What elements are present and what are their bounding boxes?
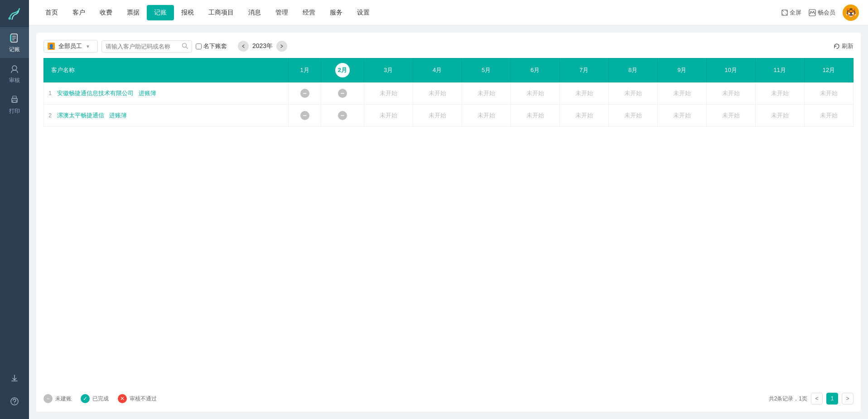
table-cell-m7: 未开始 — [559, 82, 608, 105]
nav-home[interactable]: 首页 — [38, 0, 65, 25]
content-area: 👤 全部员工 ▼ 名下账套 — [29, 25, 868, 419]
next-year-button[interactable] — [276, 41, 287, 52]
enter-book-button[interactable]: 进账簿 — [109, 112, 127, 119]
col-m10: 10月 — [706, 58, 755, 82]
sidebar-item-bookkeeping[interactable]: 记账 — [0, 27, 29, 58]
table-cell-m3: 未开始 — [364, 105, 413, 127]
legend-completed-icon: ✓ — [81, 394, 90, 403]
status-not-started-text: 未开始 — [722, 90, 740, 96]
company-name-link[interactable]: 漯澳太平畅捷通信 — [57, 112, 104, 119]
employee-select-label: 全部员工 — [58, 42, 82, 50]
legend-completed: ✓ 已完成 — [81, 394, 109, 403]
svg-point-0 — [9, 17, 11, 19]
nav-bookkeeping[interactable]: 记账 — [147, 5, 174, 20]
svg-line-15 — [186, 47, 188, 48]
nav-fee[interactable]: 收费 — [92, 0, 120, 25]
status-not-started-text: 未开始 — [771, 90, 789, 96]
bookkeeping-icon — [8, 32, 21, 44]
sidebar-item-audit[interactable]: 审核 — [0, 58, 29, 89]
col-m8: 8月 — [608, 58, 657, 82]
support-icon — [8, 395, 21, 408]
col-m7: 7月 — [559, 58, 608, 82]
pagination: 共2条记录，1页 < 1 > — [769, 393, 854, 405]
chevron-down-icon: ▼ — [86, 44, 90, 49]
enter-book-button[interactable]: 进账簿 — [139, 90, 156, 96]
col-name: 客户名称 — [44, 58, 289, 82]
table-cell-m11: 未开始 — [755, 105, 804, 127]
nav-manage[interactable]: 管理 — [268, 0, 295, 25]
employee-select[interactable]: 👤 全部员工 ▼ — [43, 40, 98, 53]
nav-message[interactable]: 消息 — [241, 0, 268, 25]
search-input[interactable] — [106, 43, 182, 50]
vip-button[interactable]: 畅会员 — [809, 9, 835, 17]
company-name-link[interactable]: 安徽畅捷通信息技术有限公司 — [57, 90, 134, 96]
search-button[interactable] — [182, 43, 188, 50]
year-label: 2023年 — [252, 42, 273, 50]
table-cell-m9: 未开始 — [657, 82, 706, 105]
nav-invoice[interactable]: 票据 — [120, 0, 147, 25]
sidebar-bottom — [0, 367, 29, 419]
status-not-started-text: 未开始 — [575, 90, 593, 96]
status-not-started-text: 未开始 — [820, 90, 838, 96]
next-page-button[interactable]: > — [842, 393, 854, 405]
toolbar: 👤 全部员工 ▼ 名下账套 — [43, 40, 854, 53]
col-m5: 5月 — [462, 58, 511, 82]
content-card: 👤 全部员工 ▼ 名下账套 — [36, 33, 861, 412]
table-cell-m4: 未开始 — [413, 105, 462, 127]
prev-page-button[interactable]: < — [811, 393, 823, 405]
current-page-btn[interactable]: 1 — [826, 393, 838, 405]
mine-checkbox[interactable] — [196, 43, 202, 49]
table-cell-m5: 未开始 — [462, 105, 511, 127]
status-not-started-text: 未开始 — [526, 90, 544, 96]
table-cell-m8: 未开始 — [608, 105, 657, 127]
sidebar-item-print[interactable]: 打印 — [0, 89, 29, 120]
col-m12: 12月 — [804, 58, 853, 82]
vip-label: 畅会员 — [818, 9, 835, 17]
table-cell-m6: 未开始 — [511, 82, 559, 105]
sidebar-item-support[interactable] — [0, 390, 29, 414]
sidebar-logo — [0, 0, 29, 27]
status-not-started-text: 未开始 — [771, 112, 789, 119]
nav-bizitem[interactable]: 工商项目 — [201, 0, 241, 25]
nav-settings[interactable]: 设置 — [350, 0, 377, 25]
status-not-started-text: 未开始 — [477, 112, 495, 119]
status-not-started-text: 未开始 — [673, 112, 691, 119]
nav-service[interactable]: 服务 — [323, 0, 350, 25]
status-not-started-text: 未开始 — [429, 112, 446, 119]
employee-select-icon: 👤 — [48, 43, 55, 50]
mine-checkbox-label[interactable]: 名下账套 — [196, 42, 227, 50]
svg-rect-13 — [809, 10, 815, 16]
svg-rect-2 — [10, 35, 11, 41]
table-cell-m1: − — [289, 105, 321, 127]
sidebar-item-bookkeeping-label: 记账 — [9, 46, 20, 53]
status-not-started-text: 未开始 — [526, 112, 544, 119]
status-not-created: − — [300, 89, 309, 98]
col-m9: 9月 — [657, 58, 706, 82]
legend-rejected-icon: ✕ — [118, 394, 127, 403]
status-not-created: − — [338, 111, 347, 120]
year-nav: 2023年 — [238, 41, 287, 52]
table-cell-m3: 未开始 — [364, 82, 413, 105]
prev-year-button[interactable] — [238, 41, 249, 52]
legend-rejected: ✕ 审核不通过 — [118, 394, 157, 403]
sidebar-item-download[interactable] — [0, 367, 29, 390]
fullscreen-label: 全屏 — [790, 9, 801, 17]
table-cell-m4: 未开始 — [413, 82, 462, 105]
table-cell-m2: − — [321, 105, 364, 127]
current-month-bubble: 2月 — [335, 63, 350, 77]
main-area: 首页 客户 收费 票据 记账 报税 工商项目 消息 管理 经营 服务 设置 全屏 — [29, 0, 868, 419]
table-cell-m5: 未开始 — [462, 82, 511, 105]
fullscreen-button[interactable]: 全屏 — [781, 9, 801, 17]
legend-not-created-icon: − — [43, 394, 53, 403]
nav-operation[interactable]: 经营 — [295, 0, 323, 25]
status-not-started-text: 未开始 — [380, 90, 397, 96]
row-num: 1 — [48, 90, 52, 96]
table-cell-name: 2 漯澳太平畅捷通信 进账簿 — [44, 105, 289, 127]
nav-customer[interactable]: 客户 — [65, 0, 92, 25]
table-cell-m9: 未开始 — [657, 105, 706, 127]
nav-tax[interactable]: 报税 — [174, 0, 201, 25]
audit-icon — [8, 63, 21, 75]
avatar[interactable]: 🐯 — [843, 5, 859, 21]
status-not-started-text: 未开始 — [673, 90, 691, 96]
refresh-button[interactable]: 刷新 — [834, 42, 854, 50]
